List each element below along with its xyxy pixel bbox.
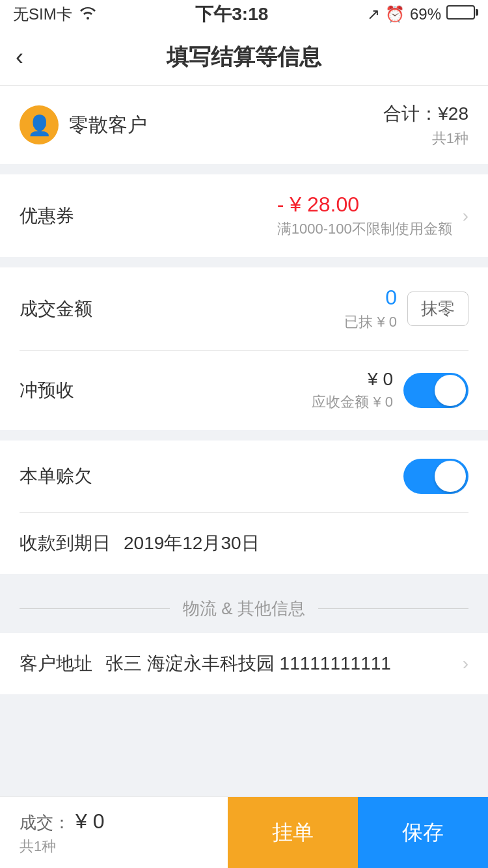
bottom-count: 共1种 <box>20 837 208 856</box>
coupon-chevron-icon: › <box>463 206 468 226</box>
prepayment-row: 冲预收 ¥ 0 应收金额 ¥ 0 <box>0 351 488 430</box>
customer-total: 合计：¥28 <box>383 102 468 126</box>
coupon-label: 优惠券 <box>20 204 74 228</box>
toggle-knob <box>435 375 466 406</box>
deal-amount-value-group: 0 已抹 ¥ 0 <box>344 286 397 332</box>
status-right: ↗ ⏰ 69% <box>367 5 475 23</box>
debit-row: 本单赊欠 <box>0 441 488 512</box>
coupon-value-group: - ¥ 28.00 满1000-100不限制使用金额 <box>277 193 452 239</box>
prepayment-value: ¥ 0 <box>368 369 393 389</box>
divider-2 <box>0 257 488 267</box>
coupon-value: - ¥ 28.00 <box>277 193 452 217</box>
divider-5 <box>0 694 488 705</box>
logistics-label: 物流 & 其他信息 <box>183 597 305 620</box>
battery-icon <box>446 5 475 23</box>
deal-amount-right: 0 已抹 ¥ 0 抹零 <box>344 286 468 332</box>
address-row[interactable]: 客户地址 张三 海淀永丰科技园 11111111111 › <box>0 633 488 694</box>
content: 👤 零散客户 合计：¥28 共1种 优惠券 - ¥ 28.00 满1000-10… <box>0 86 488 783</box>
coupon-right: - ¥ 28.00 满1000-100不限制使用金额 › <box>277 193 468 239</box>
debit-label: 本单赊欠 <box>20 464 92 489</box>
debit-toggle-knob <box>435 461 466 492</box>
prepayment-right: ¥ 0 应收金额 ¥ 0 <box>312 369 468 412</box>
prepayment-label: 冲预收 <box>20 378 74 403</box>
status-bar: 无SIM卡 下午3:18 ↗ ⏰ 69% <box>0 0 488 29</box>
bottom-bar: 成交： ¥ 0 共1种 挂单 保存 <box>0 796 488 868</box>
carrier-label: 无SIM卡 <box>13 4 72 25</box>
due-date-value: 2019年12月30日 <box>124 531 260 556</box>
logistics-divider: 物流 & 其他信息 <box>20 597 468 620</box>
divider-4 <box>0 574 488 584</box>
status-time: 下午3:18 <box>195 2 268 27</box>
deal-amount-value: 0 <box>385 286 397 309</box>
coupon-row[interactable]: 优惠券 - ¥ 28.00 满1000-100不限制使用金额 › <box>0 174 488 257</box>
bottom-info: 成交： ¥ 0 共1种 <box>0 809 228 856</box>
nav-title: 填写结算等信息 <box>167 42 321 72</box>
prepayment-value-group: ¥ 0 应收金额 ¥ 0 <box>312 369 393 412</box>
customer-row: 👤 零散客户 合计：¥28 共1种 <box>0 86 488 164</box>
coupon-section[interactable]: 优惠券 - ¥ 28.00 满1000-100不限制使用金额 › <box>0 174 488 257</box>
location-icon: ↗ <box>367 5 380 23</box>
bottom-deal-label: 成交： <box>20 811 70 834</box>
prepayment-sub: 应收金额 ¥ 0 <box>312 392 393 412</box>
deal-amount-label: 成交金额 <box>20 297 92 321</box>
address-section[interactable]: 客户地址 张三 海淀永丰科技园 11111111111 › <box>0 633 488 694</box>
due-date-label: 收款到期日 <box>20 531 111 556</box>
customer-avatar: 👤 <box>20 105 59 144</box>
debit-section: 本单赊欠 收款到期日 2019年12月30日 <box>0 441 488 574</box>
deal-amount-sub: 已抹 ¥ 0 <box>344 312 397 332</box>
customer-count: 共1种 <box>383 129 468 148</box>
address-chevron-icon: › <box>463 653 468 674</box>
nav-bar: ‹ 填写结算等信息 <box>0 29 488 86</box>
status-left: 无SIM卡 <box>13 4 97 25</box>
bottom-deal: 成交： ¥ 0 <box>20 809 208 834</box>
hang-button[interactable]: 挂单 <box>228 797 358 869</box>
address-label: 客户地址 <box>20 651 92 676</box>
debit-toggle[interactable] <box>403 459 468 494</box>
customer-left: 👤 零散客户 <box>20 105 147 144</box>
avatar-icon: 👤 <box>27 114 51 137</box>
address-value: 张三 海淀永丰科技园 11111111111 <box>105 651 463 676</box>
customer-name: 零散客户 <box>69 112 147 139</box>
logistics-section: 物流 & 其他信息 <box>0 584 488 633</box>
alarm-icon: ⏰ <box>385 5 405 23</box>
prepayment-toggle[interactable] <box>403 373 468 408</box>
customer-section: 👤 零散客户 合计：¥28 共1种 <box>0 86 488 164</box>
customer-right: 合计：¥28 共1种 <box>383 102 468 148</box>
deal-amount-row: 成交金额 0 已抹 ¥ 0 抹零 <box>0 267 488 350</box>
wifi-icon <box>79 5 97 23</box>
divider-1 <box>0 164 488 174</box>
save-button[interactable]: 保存 <box>358 797 488 869</box>
battery-percent: 69% <box>410 5 441 23</box>
deal-amount-section: 成交金额 0 已抹 ¥ 0 抹零 冲预收 ¥ 0 应收 <box>0 267 488 430</box>
coupon-sub: 满1000-100不限制使用金额 <box>277 219 452 239</box>
divider-3 <box>0 430 488 441</box>
round-zero-button[interactable]: 抹零 <box>407 292 468 326</box>
back-button[interactable]: ‹ <box>16 44 23 71</box>
due-date-row: 收款到期日 2019年12月30日 <box>0 513 488 574</box>
bottom-deal-value: ¥ 0 <box>75 809 104 834</box>
